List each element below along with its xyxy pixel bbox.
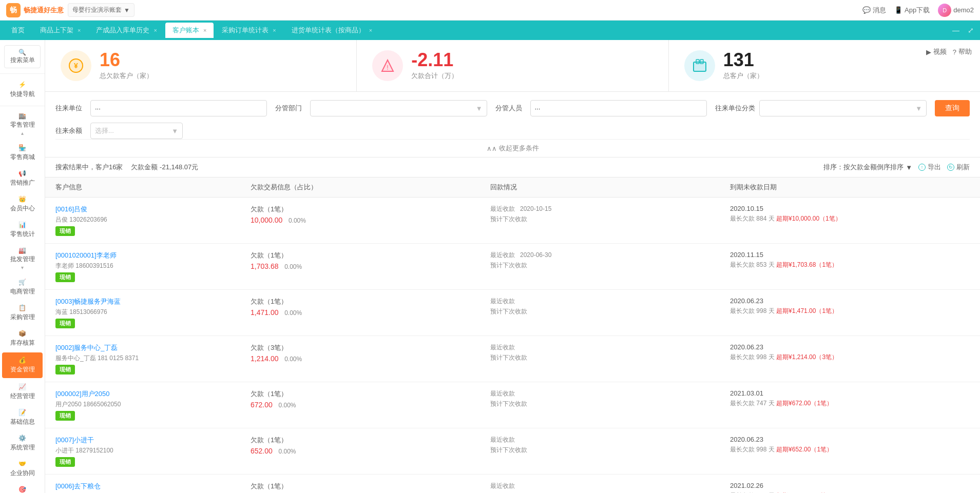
tab-customer-account-close[interactable]: × [203, 27, 206, 33]
sidebar-item-retail-mgmt[interactable]: 🏬 零售管理 ▴ [0, 108, 45, 140]
tab-production-history-close[interactable]: × [153, 27, 157, 33]
debt-percent-4: 0.00% [284, 356, 302, 363]
tab-incoming-stats-close[interactable]: × [369, 27, 372, 33]
operation-icon: 📈 [18, 383, 26, 390]
sidebar-search-area: 🔍 搜索菜单 [0, 40, 45, 74]
sidebar-item-wholesale-mgmt[interactable]: 🏭 批发管理 ▾ [0, 243, 45, 274]
overdue-text-1[interactable]: 超期¥10,000.00（1笔） [776, 215, 841, 222]
message-label: 消息 [873, 6, 886, 15]
collapse-icon: ∧∧ [487, 145, 497, 152]
message-btn[interactable]: 💬 消息 [862, 6, 886, 15]
person-input[interactable]: ··· [530, 100, 707, 116]
tab-purchase-summary[interactable]: 采购订单统计表 × [215, 23, 283, 38]
tab-goods-listing-close[interactable]: × [78, 27, 81, 33]
person-label: 分管人员 [495, 104, 526, 113]
sidebar-item-inventory[interactable]: 📦 库存核算 [0, 326, 45, 351]
top-bar: 畅 畅捷通好生意 母婴行业演示账套 ▼ 💬 消息 📱 App下载 D demo2 [0, 0, 980, 21]
sidebar-item-enterprise-collab[interactable]: 🤝 企业协同 [0, 456, 45, 482]
balance-select[interactable]: 选择... ▼ [90, 123, 183, 139]
search-result-text: 搜索结果中，客户16家 [55, 163, 123, 172]
overdue-text-2[interactable]: 超期¥1,703.68（1笔） [776, 261, 838, 268]
balance-label: 往来余额 [55, 126, 86, 135]
finance-label: 资金管理 [10, 365, 35, 374]
sidebar-item-operation[interactable]: 📈 经营管理 [0, 379, 45, 405]
search-menu-label: 搜索菜单 [7, 56, 38, 65]
nav-right-controls: — ⤢ [950, 24, 976, 36]
customer-name-3[interactable]: [0003]畅捷服务尹海蓝 [55, 297, 251, 306]
app-download-btn[interactable]: 📱 App下载 [894, 6, 930, 15]
recovery-next-3: 预计下次收款 [490, 307, 730, 316]
sidebar-item-ecommerce[interactable]: 🛒 电商管理 [0, 274, 45, 300]
inventory-label: 库存核算 [10, 339, 35, 347]
nav-expand-btn[interactable]: ⤢ [966, 24, 976, 36]
system-label: 系统管理 [10, 443, 35, 452]
search-icon: 🔍 [18, 49, 26, 56]
sidebar-item-purchase[interactable]: 📋 采购管理 [0, 300, 45, 326]
results-bar-left: 搜索结果中，客户16家 欠款金额 -21,148.07元 [55, 163, 198, 172]
customer-name-5[interactable]: [000002]用户2050 [55, 389, 251, 399]
sidebar: 🔍 搜索菜单 ⚡ 快捷导航 🏬 零售管理 ▴ 🏪 零售商城 📢 营销推广 [0, 40, 45, 493]
overdue-days-1: 最长欠款 884 天 超期¥10,000.00（1笔） [730, 214, 970, 223]
source-unit-input[interactable]: ··· [90, 100, 267, 116]
col-header-customer: 客户信息 [55, 183, 251, 192]
customer-name-4[interactable]: [0002]服务中心_丁磊 [55, 343, 251, 352]
customer-name-6[interactable]: [0007]小进干 [55, 436, 251, 445]
customer-tag-2: 现销 [55, 272, 75, 282]
sidebar-item-finance[interactable]: 💰 资金管理 [2, 352, 43, 378]
recovery-date-4: 最近收款 [490, 343, 730, 352]
video-help-btn[interactable]: ▶ 视频 [926, 47, 947, 56]
logo-icon: 畅 [6, 3, 21, 17]
sort-select[interactable]: 排序：按欠款金额倒序排序 ▼ [823, 163, 912, 172]
nav-minimize-btn[interactable]: — [950, 24, 962, 36]
refresh-btn[interactable]: ↻ 刷新 [947, 163, 970, 172]
tab-home[interactable]: 首页 [4, 23, 32, 38]
query-button[interactable]: 查询 [935, 100, 970, 116]
tab-production-history[interactable]: 产成品入库单历史 × [89, 23, 164, 38]
tab-customer-account[interactable]: 客户账本 × [165, 23, 214, 38]
sidebar-item-marketing[interactable]: 📢 营销推广 [0, 166, 45, 191]
collapse-btn[interactable]: ∧∧ 收起更多条件 [55, 139, 970, 157]
overdue-text-6[interactable]: 超期¥652.00（1笔） [776, 446, 833, 453]
customer-tag-5: 现销 [55, 411, 75, 421]
stat-label-total-customers: 总客户（家） [723, 71, 763, 81]
filter-balance: 往来余额 选择... ▼ [55, 123, 970, 139]
overdue-text-3[interactable]: 超期¥1,471.00（1笔） [776, 307, 838, 314]
customer-name-1[interactable]: [0016]吕俊 [55, 205, 251, 214]
tab-incoming-stats[interactable]: 进货单统计表（按商品） × [284, 23, 379, 38]
retail-mall-label: 零售商城 [10, 153, 35, 162]
category-select[interactable]: ▼ [759, 100, 927, 116]
help-btn[interactable]: ? 帮助 [953, 47, 972, 56]
overdue-text-5[interactable]: 超期¥672.00（1笔） [776, 400, 833, 407]
recovery-cell-7: 最近收款 预计下次收款 [490, 482, 730, 493]
customer-name-2[interactable]: [0001020001]李老师 [55, 251, 251, 260]
search-menu-btn[interactable]: 🔍 搜索菜单 [4, 45, 41, 68]
recovery-next-2: 预计下次收款 [490, 261, 730, 270]
sidebar-item-quick-nav[interactable]: ⚡ 快捷导航 [0, 77, 45, 103]
tab-incoming-stats-label: 进货单统计表（按商品） [292, 26, 365, 35]
results-bar-right: 排序：按欠款金额倒序排序 ▼ ↑ 导出 ↻ 刷新 [823, 163, 970, 172]
overdue-text-4[interactable]: 超期¥1,214.00（3笔） [776, 353, 838, 361]
sidebar-item-member-center[interactable]: 👑 会员中心 [0, 191, 45, 217]
tab-purchase-summary-close[interactable]: × [273, 27, 276, 33]
inventory-icon: 📦 [18, 330, 26, 337]
tab-goods-listing[interactable]: 商品上下架 × [33, 23, 88, 38]
recovery-cell-5: 最近收款 预计下次收款 [490, 389, 730, 408]
department-select[interactable]: ▼ [310, 100, 487, 116]
sidebar-item-retail-mall[interactable]: 🏪 零售商城 [0, 140, 45, 166]
debt-cell-3: 欠款（1笔） 1,471.00 0.00% [251, 297, 490, 317]
export-btn[interactable]: ↑ 导出 [918, 163, 941, 172]
customer-contact-6: 小进干 18279152100 [55, 446, 251, 455]
customer-name-7[interactable]: [0006]去下粮仓 [55, 482, 251, 491]
app-download-label: App下载 [905, 6, 930, 15]
video-label: 视频 [933, 47, 947, 56]
store-selector[interactable]: 母婴行业演示账套 ▼ [68, 3, 134, 17]
marketing-icon: 📢 [18, 170, 26, 177]
sidebar-item-system[interactable]: ⚙️ 系统管理 [0, 430, 45, 456]
overdue-days-5: 最长欠款 747 天 超期¥672.00（1笔） [730, 399, 970, 408]
sidebar-item-retail-stats[interactable]: 📊 零售统计 [0, 217, 45, 243]
sidebar-item-basic-info[interactable]: 📝 基础信息 [0, 405, 45, 430]
recovery-next-4: 预计下次收款 [490, 353, 730, 362]
user-profile-btn[interactable]: D demo2 [938, 4, 974, 17]
debt-percent-2: 0.00% [284, 263, 302, 270]
sidebar-item-beginner-guide[interactable]: 🎯 新手引导 [0, 482, 45, 493]
